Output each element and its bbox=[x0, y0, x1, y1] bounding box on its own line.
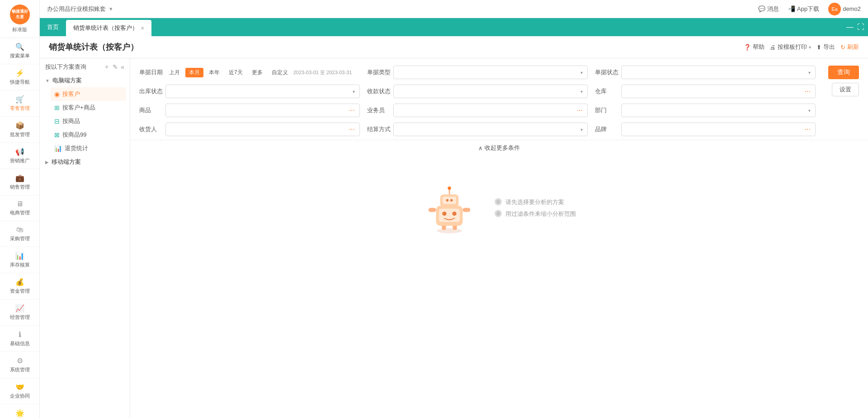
sidebar-item-system-label: 系统管理 bbox=[10, 366, 30, 373]
body-split: 按以下方案查询 ＋ ✎ « ▼ 电脑端方案 ◉ 按客 bbox=[40, 58, 868, 418]
company-dropdown-icon[interactable]: ▾ bbox=[109, 5, 113, 12]
tree-child-by-customer-goods[interactable]: ⊞ 按客户+商品 bbox=[51, 101, 126, 114]
tree-group-mobile: ▶ 移动端方案 bbox=[40, 155, 130, 169]
add-scheme-icon[interactable]: ＋ bbox=[104, 63, 110, 71]
tree-child-by-customer[interactable]: ◉ 按客户 bbox=[51, 87, 126, 101]
refresh-btn[interactable]: ↻ 刷新 bbox=[840, 43, 859, 51]
export-btn[interactable]: ⬆ 导出 bbox=[816, 43, 835, 51]
sidebar-item-ops[interactable]: 📈 经营管理 bbox=[0, 299, 39, 326]
sidebar-item-inventory[interactable]: 📊 库存核算 bbox=[0, 247, 39, 273]
sidebar-item-basic-label: 基础信息 bbox=[10, 340, 30, 347]
window-minimize-icon[interactable]: — bbox=[846, 23, 854, 31]
topbar-right: 💬 消息 📲 App下载 Ea demo2 bbox=[758, 3, 861, 15]
sidebar-item-wholesale[interactable]: 📦 批发管理 bbox=[0, 117, 39, 143]
tab-close-icon[interactable]: ✕ bbox=[141, 26, 144, 31]
window-maximize-icon[interactable]: ⛶ bbox=[857, 23, 864, 31]
receipt-status-caret: ▾ bbox=[580, 89, 583, 94]
print-icon: 🖨 bbox=[770, 44, 776, 51]
tab-sales-stats[interactable]: 销货单统计表（按客户） ✕ bbox=[66, 20, 151, 36]
date-tab-7days[interactable]: 近7天 bbox=[225, 68, 246, 77]
collapse-panel-icon[interactable]: « bbox=[121, 63, 124, 71]
query-button[interactable]: 查询 bbox=[828, 66, 859, 79]
sidebar-item-retail-label: 零售管理 bbox=[10, 105, 30, 112]
left-panel: 按以下方案查询 ＋ ✎ « ▼ 电脑端方案 ◉ 按客 bbox=[40, 58, 130, 418]
doc-type-caret: ▾ bbox=[580, 70, 583, 75]
sidebar-item-nav[interactable]: ⚡ 快捷导航 bbox=[0, 64, 39, 90]
receipt-status-select[interactable]: ▾ bbox=[393, 85, 588, 98]
user-avatar: Ea bbox=[828, 3, 841, 15]
goods-ellipsis: ··· bbox=[349, 107, 355, 114]
date-tab-last-month[interactable]: 上月 bbox=[165, 68, 184, 77]
sidebar-item-nav-label: 快捷导航 bbox=[10, 79, 30, 86]
goods-label: 商品 bbox=[139, 106, 163, 114]
ecom-icon: 🖥 bbox=[16, 200, 24, 208]
help-btn[interactable]: ❓ 帮助 bbox=[744, 43, 764, 51]
print-btn[interactable]: 🖨 按模板打印 ▾ bbox=[770, 43, 811, 51]
topbar-left: 办公用品行业模拟账套 ▾ bbox=[47, 5, 113, 13]
warehouse-select[interactable]: ··· bbox=[621, 85, 816, 98]
doc-type-label: 单据类型 bbox=[367, 68, 391, 76]
sidebar-item-sales[interactable]: 💼 销售管理 bbox=[0, 169, 39, 195]
search-icon: 🔍 bbox=[15, 43, 24, 51]
payment-select[interactable]: ▾ bbox=[393, 123, 588, 136]
sidebar-item-retail[interactable]: 🛒 零售管理 bbox=[0, 90, 39, 117]
doc-type-select[interactable]: ▾ bbox=[393, 66, 588, 79]
sidebar-item-coop[interactable]: 🤝 企业协同 bbox=[0, 378, 39, 404]
tree-child-by-customer-label: 按客户 bbox=[62, 90, 80, 98]
sidebar-item-basic[interactable]: ℹ 基础信息 bbox=[0, 326, 39, 352]
out-status-select[interactable]: ▾ bbox=[165, 85, 360, 98]
tree-child-by-goods99[interactable]: ⊠ 按商品99 bbox=[51, 128, 126, 142]
collapse-bar[interactable]: ∧ 收起更多条件 bbox=[130, 140, 868, 156]
refresh-icon: ↻ bbox=[840, 44, 845, 51]
date-tab-this-year[interactable]: 本年 bbox=[205, 68, 223, 77]
tree-parent-desktop[interactable]: ▼ 电脑端方案 bbox=[43, 74, 126, 87]
svg-rect-8 bbox=[463, 208, 471, 212]
sidebar-item-newbie[interactable]: 🌟 新手引导 bbox=[0, 404, 39, 418]
svg-point-14 bbox=[450, 199, 453, 202]
warehouse-label: 仓库 bbox=[595, 87, 618, 95]
tab-home[interactable]: 首页 bbox=[40, 18, 66, 36]
out-status-caret: ▾ bbox=[353, 89, 355, 94]
logo-area: 畅捷通好生意 标准版 bbox=[0, 0, 39, 38]
tab-sales-stats-label: 销货单统计表（按客户） bbox=[73, 24, 138, 32]
staff-label: 业务员 bbox=[367, 106, 391, 114]
sidebar-item-system[interactable]: ⚙ 系统管理 bbox=[0, 352, 39, 378]
svg-point-0 bbox=[437, 228, 462, 233]
sidebar: 畅捷通好生意 标准版 🔍 搜索菜单 ⚡ 快捷导航 🛒 零售管理 📦 批发管理 📢… bbox=[0, 0, 40, 418]
doc-status-select[interactable]: ▾ bbox=[621, 66, 816, 79]
brand-select[interactable]: ··· bbox=[621, 123, 816, 136]
system-icon: ⚙ bbox=[17, 356, 23, 365]
edit-scheme-icon[interactable]: ✎ bbox=[113, 63, 118, 71]
staff-ellipsis: ··· bbox=[577, 107, 583, 114]
main-wrapper: 办公用品行业模拟账套 ▾ 💬 消息 📲 App下载 Ea demo2 首页 销货… bbox=[40, 0, 868, 418]
sidebar-item-ecom[interactable]: 🖥 电商管理 bbox=[0, 195, 39, 221]
date-tab-more[interactable]: 更多 bbox=[248, 68, 266, 77]
receiver-select[interactable]: ··· bbox=[165, 123, 360, 136]
filter-cell-goods: 商品 ··· bbox=[139, 104, 367, 117]
sidebar-item-search[interactable]: 🔍 搜索菜单 bbox=[0, 38, 39, 64]
dept-select[interactable]: ▾ bbox=[621, 104, 816, 117]
user-profile[interactable]: Ea demo2 bbox=[828, 3, 861, 15]
ops-icon: 📈 bbox=[15, 304, 24, 313]
tree-parent-mobile[interactable]: ▶ 移动端方案 bbox=[43, 155, 126, 169]
sales-icon: 💼 bbox=[15, 174, 24, 182]
goods-select[interactable]: ··· bbox=[165, 104, 360, 117]
svg-point-6 bbox=[452, 212, 456, 216]
date-tab-this-month[interactable]: 本月 bbox=[185, 68, 203, 77]
sidebar-item-marketing[interactable]: 📢 营销推广 bbox=[0, 143, 39, 169]
app-download-btn[interactable]: 📲 App下载 bbox=[788, 5, 819, 13]
sidebar-item-purchase[interactable]: 🛍 采购管理 bbox=[0, 221, 39, 247]
sidebar-item-finance[interactable]: 💰 资金管理 bbox=[0, 273, 39, 299]
print-dropdown-icon: ▾ bbox=[809, 45, 811, 50]
tree-child-return-stats[interactable]: 📊 退货统计 bbox=[51, 142, 126, 155]
settings-button[interactable]: 设置 bbox=[832, 83, 859, 96]
sidebar-item-ecom-label: 电商管理 bbox=[10, 209, 30, 216]
date-tab-custom[interactable]: 自定义 bbox=[268, 68, 292, 77]
tree-group-desktop: ▼ 电脑端方案 ◉ 按客户 ⊞ 按客户+商品 ⊟ bbox=[40, 74, 130, 155]
staff-select[interactable]: ··· bbox=[393, 104, 588, 117]
tree-child-by-goods[interactable]: ⊟ 按商品 bbox=[51, 114, 126, 128]
svg-rect-12 bbox=[443, 196, 456, 204]
sidebar-item-ops-label: 经营管理 bbox=[10, 314, 30, 321]
message-btn[interactable]: 💬 消息 bbox=[758, 5, 779, 13]
filter-cell-dept: 部门 ▾ bbox=[595, 104, 823, 117]
